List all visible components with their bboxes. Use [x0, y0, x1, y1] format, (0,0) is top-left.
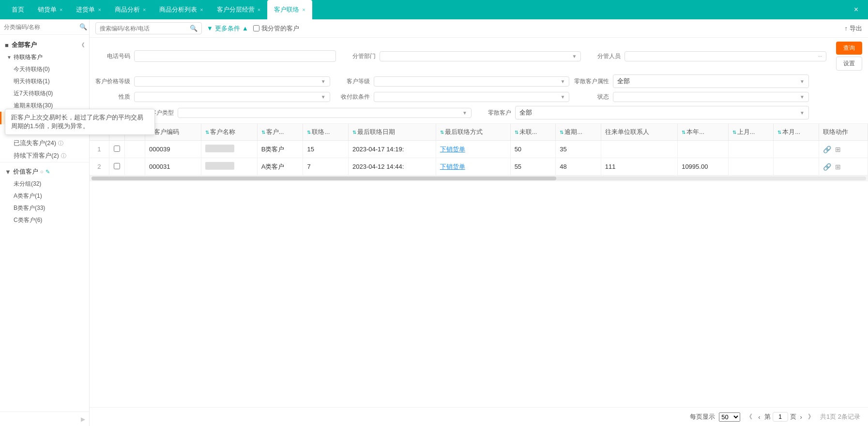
sidebar-all-customers[interactable]: ■ 全部客户 《	[0, 39, 89, 51]
cell-last-contact-method[interactable]: 下销货单	[436, 141, 510, 158]
window-close-button[interactable]: ×	[849, 5, 863, 14]
last-contact-method-link[interactable]: 下销货单	[440, 146, 465, 153]
col-last-contact-date[interactable]: ⇅最后联络日期	[349, 124, 436, 141]
cell-code: 000039	[145, 141, 201, 158]
page-suffix: 页	[790, 412, 796, 421]
contact-sort-icon: ⇅	[307, 130, 311, 135]
more-filter-arrow-icon: ▲	[242, 25, 248, 32]
status-select[interactable]: ▼	[613, 92, 809, 102]
sidebar-search-input[interactable]	[4, 24, 76, 30]
nav-analysis[interactable]: 商品分析 ×	[108, 0, 152, 19]
filter-department: 分管部门 ▼	[341, 51, 581, 61]
sidebar-item-class-c[interactable]: C类客户(6)	[0, 214, 89, 226]
col-last-contact-method[interactable]: ⇅最后联络方式	[436, 124, 510, 141]
not-contacted-sort-icon: ⇅	[515, 130, 518, 135]
nav-purchase[interactable]: 进货单 ×	[69, 0, 107, 19]
nav-home[interactable]: 首页	[5, 0, 31, 19]
sidebar-item-already-lost[interactable]: 已流失客户(24) ⓘ	[0, 137, 89, 149]
action-link-icon[interactable]: 🔗	[823, 163, 831, 171]
page-label: 第	[764, 412, 771, 421]
action-link-icon[interactable]: 🔗	[823, 146, 831, 153]
close-purchase-tab[interactable]: ×	[98, 7, 101, 13]
current-page-input[interactable]	[773, 412, 788, 422]
table-container: # ⚙ ⇅客户编码 ⇅客户名称 ⇅客户...	[90, 124, 868, 407]
sidebar-item-week[interactable]: 近7天待联络(0)	[0, 88, 89, 100]
col-not-contacted[interactable]: ⇅未联...	[510, 124, 556, 141]
cell-overdue: 48	[556, 158, 601, 176]
col-last-month[interactable]: ⇅上月...	[728, 124, 774, 141]
col-this-year[interactable]: ⇅本年...	[678, 124, 728, 141]
action-more-icon[interactable]: ⊞	[835, 163, 841, 171]
filter-person: 分管人员 ···	[586, 51, 826, 61]
query-button[interactable]: 查询	[836, 42, 862, 55]
cell-last-contact-date: 2023-04-17 14:19:	[349, 141, 436, 158]
close-customer-contact-tab[interactable]: ×	[302, 7, 305, 13]
person-select[interactable]: ···	[624, 51, 826, 61]
cell-unit-contacts: 111	[601, 158, 677, 176]
nav-sales[interactable]: 销货单 ×	[31, 0, 69, 19]
sidebar-item-today[interactable]: 今天待联络(0)	[0, 63, 89, 75]
close-customer-segment-tab[interactable]: ×	[258, 7, 260, 13]
col-unit-contacts[interactable]: 往来单位联系人	[601, 124, 677, 141]
sidebar-pending-group[interactable]: ▼ 待联络客户	[0, 51, 89, 63]
col-category[interactable]: ⇅客户...	[257, 124, 303, 141]
nav-analysis-list[interactable]: 商品分析列表 ×	[152, 0, 210, 19]
cell-last-contact-method[interactable]: 下销货单	[436, 158, 510, 176]
phone-input[interactable]	[134, 50, 336, 62]
last-page-btn[interactable]: 》	[806, 411, 816, 422]
col-name[interactable]: ⇅客户名称	[201, 124, 257, 141]
sidebar-item-class-a[interactable]: A类客户(1)	[0, 190, 89, 202]
my-customer-checkbox[interactable]	[253, 25, 259, 31]
col-this-month[interactable]: ⇅本月...	[774, 124, 819, 141]
nature-select[interactable]: ▼	[134, 92, 330, 102]
row-checkbox[interactable]	[114, 146, 120, 152]
value-section-header[interactable]: ▼ 价值客户 ○ ✎	[0, 165, 89, 178]
cell-last-contact-date: 2023-04-12 14:44:	[349, 158, 436, 176]
customer-type-select[interactable]: ▼	[178, 108, 472, 118]
cell-checkbox[interactable]	[109, 141, 124, 158]
settings-button[interactable]: 设置	[836, 57, 862, 71]
close-analysis-tab[interactable]: ×	[143, 7, 146, 13]
last-contact-method-link[interactable]: 下销货单	[440, 163, 465, 170]
scrollbar-thumb[interactable]	[91, 176, 556, 180]
value-edit-icon[interactable]: ✎	[46, 169, 50, 175]
action-more-icon[interactable]: ⊞	[835, 146, 841, 153]
row-checkbox[interactable]	[114, 163, 120, 169]
main-search-input[interactable]	[100, 25, 187, 32]
nav-customer-contact[interactable]: 客户联络 ×	[267, 0, 312, 19]
prev-page-btn[interactable]: ‹	[756, 412, 762, 422]
retail-customer-select[interactable]: 全部 ▼	[515, 106, 809, 119]
customer-level-select[interactable]: ▼	[374, 76, 570, 87]
cell-this-year	[678, 141, 728, 158]
sidebar-item-class-b[interactable]: B类客户(33)	[0, 202, 89, 214]
retail-attr-select[interactable]: 全部 ▼	[613, 74, 809, 88]
per-page-select[interactable]: 50 20 100	[719, 412, 740, 422]
customer-level-label: 客户等级	[335, 77, 374, 86]
my-customer-checkbox-area[interactable]: 我分管的客户	[253, 24, 299, 33]
close-sales-tab[interactable]: ×	[60, 7, 62, 13]
department-select[interactable]: ▼	[380, 51, 581, 61]
first-page-btn[interactable]: 《	[744, 411, 754, 422]
value-arrow-icon: ▼	[5, 168, 11, 176]
total-info: 共1页 2条记录	[820, 412, 860, 421]
sidebar-collapse-btn[interactable]: 《	[79, 42, 84, 49]
cell-checkbox[interactable]	[109, 158, 124, 176]
sidebar-item-continuous-down[interactable]: 持续下滑客户(2) ⓘ	[0, 149, 89, 162]
sidebar-item-ungroup[interactable]: 未分组(32)	[0, 178, 89, 190]
col-contact[interactable]: ⇅联络...	[303, 124, 349, 141]
customer-type-chevron-icon: ▼	[462, 110, 467, 116]
next-page-btn[interactable]: ›	[798, 412, 804, 422]
horizontal-scrollbar[interactable]	[90, 176, 868, 181]
export-btn[interactable]: ↑ 导出	[845, 24, 863, 33]
main-search-icon[interactable]: 🔍	[190, 25, 198, 32]
sidebar-resize-icon[interactable]: ▶	[81, 416, 85, 423]
cell-settings-icon	[124, 158, 145, 176]
close-analysis-list-tab[interactable]: ×	[200, 7, 203, 13]
more-filter-btn[interactable]: ▼ 更多条件 ▲	[207, 24, 248, 33]
sidebar-search-icon[interactable]: 🔍	[79, 23, 87, 30]
price-level-select[interactable]: ▼	[134, 76, 330, 87]
col-overdue[interactable]: ⇅逾期...	[556, 124, 601, 141]
nav-customer-segment[interactable]: 客户分层经营 ×	[210, 0, 267, 19]
sidebar-item-tomorrow[interactable]: 明天待联络(1)	[0, 75, 89, 88]
payment-select[interactable]: ▼	[374, 92, 570, 102]
